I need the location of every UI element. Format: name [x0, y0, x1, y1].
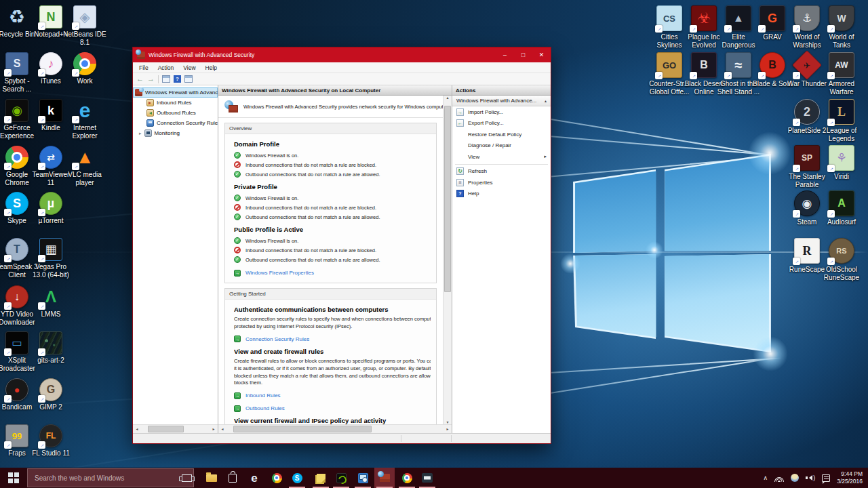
shortcut-arrow-icon: →: [4, 302, 12, 310]
action-help[interactable]: Help: [452, 188, 551, 200]
start-button[interactable]: [0, 468, 27, 488]
desktop-icon-internet-explorer[interactable]: e→Internet Explorer: [63, 99, 106, 140]
scroll-left-icon[interactable]: ◂: [133, 427, 141, 431]
maximize-button[interactable]: □: [514, 47, 532, 62]
desktop-icon-viridi[interactable]: ⚘→Viridi: [820, 145, 863, 181]
menu-item-help[interactable]: Help: [201, 64, 222, 71]
results-hscrollbar[interactable]: ◂ ▸: [218, 424, 452, 433]
link-inbound-rules[interactable]: →Inbound Rules: [234, 391, 431, 400]
status-text: Windows Firewall is on.: [245, 238, 298, 244]
taskbar-file-explorer[interactable]: [201, 468, 222, 488]
tree-item-outbound-rules[interactable]: Outbound Rules: [133, 108, 218, 118]
desktop-icon-oldschool-runescape[interactable]: RS→OldSchool RuneScape: [820, 238, 863, 281]
app-icon: ▲→: [726, 5, 751, 31]
desktop-icon-gits-art-2[interactable]: →gits-art-2: [29, 331, 73, 365]
taskbar-store[interactable]: [222, 468, 243, 488]
tree-item-windows-firewall-with-advanc[interactable]: Windows Firewall with Advanc: [133, 87, 218, 98]
desktop-icon-armored-warfare[interactable]: AW→Armored Warfare: [820, 52, 863, 96]
action-import-policy[interactable]: Import Policy...: [452, 106, 551, 118]
taskbar-windows-firewall[interactable]: [374, 468, 395, 488]
taskbar-sticky-notes[interactable]: [311, 468, 331, 488]
tree-item-connection-security-rules[interactable]: Connection Security Rules: [133, 118, 218, 128]
scroll-right-icon[interactable]: ▸: [443, 427, 452, 431]
action-restore-default-policy[interactable]: Restore Default Policy: [452, 129, 551, 140]
app-glyph: B: [768, 60, 776, 70]
results-vscrollbar[interactable]: ▴ ▾: [443, 96, 452, 424]
desktop-icon-fl-studio[interactable]: FL→FL Studio 11: [29, 424, 73, 458]
hidden-icons-chevron[interactable]: ∧: [764, 475, 768, 481]
desktop-icon-vegas-pro[interactable]: ▦→Vegas Pro 13.0 (64-bit): [29, 238, 73, 279]
action-view[interactable]: View▸: [452, 151, 551, 163]
desktop-icon-gimp[interactable]: G→GIMP 2: [29, 378, 73, 411]
actions-group-header[interactable]: Windows Firewall with Advance... ▴: [452, 96, 551, 106]
menu-item-view[interactable]: View: [178, 64, 200, 71]
link-connection-security-rules[interactable]: →Connection Security Rules: [234, 335, 431, 344]
shortcut-arrow-icon: →: [38, 69, 45, 77]
show-console-tree-button[interactable]: [162, 75, 170, 83]
close-button[interactable]: ✕: [532, 47, 551, 62]
forward-button[interactable]: →: [147, 75, 155, 83]
taskbar-vegas-pro[interactable]: [417, 468, 437, 488]
tree-item-inbound-rules[interactable]: Inbound Rules: [133, 98, 218, 108]
help-toolbar-button[interactable]: ?: [174, 75, 181, 83]
tree-item-label: Monitoring: [155, 130, 180, 136]
taskbar-remote-app[interactable]: [353, 468, 373, 488]
shortcut-arrow-icon: →: [38, 255, 45, 262]
desktop-icon-label: µTorrent: [29, 217, 73, 225]
taskbar-skype[interactable]: S: [287, 468, 307, 488]
desktop-icon-audiosurf[interactable]: A→Audiosurf: [820, 190, 863, 226]
scroll-right-icon[interactable]: ▸: [210, 427, 218, 431]
scroll-thumb[interactable]: [148, 426, 184, 432]
desktop-icon-world-of-tanks[interactable]: W→World of Tanks: [820, 5, 863, 49]
desktop-icon-lmms[interactable]: Λ→LMMS: [29, 285, 73, 319]
back-button[interactable]: ←: [136, 75, 144, 83]
action-refresh[interactable]: Refresh: [452, 166, 551, 178]
app-glyph: W: [837, 14, 846, 23]
desktop-icon-label: GIMP 2: [29, 403, 73, 411]
shortcut-arrow-icon: →: [38, 209, 45, 216]
taskbar-chrome[interactable]: [267, 468, 287, 488]
taskbar-chrome-profile[interactable]: [397, 468, 417, 488]
taskbar-nvidia-geforce[interactable]: [331, 468, 351, 488]
search-input[interactable]: [27, 468, 194, 487]
desktop-icon-netbeans-ide[interactable]: ◈→NetBeans IDE 8.1: [63, 5, 106, 46]
wifi-icon[interactable]: [774, 474, 784, 482]
menu-item-file[interactable]: File: [134, 64, 153, 71]
taskbar-task-view[interactable]: [176, 468, 197, 488]
desktop-icon-work[interactable]: →Work: [63, 52, 106, 85]
shortcut-arrow-icon: →: [827, 258, 835, 265]
desktop-icon-vlc[interactable]: ▲→VLC media player: [63, 146, 106, 186]
action-export-policy[interactable]: Export Policy...: [452, 118, 551, 129]
tree-item-monitoring[interactable]: ▸Monitoring: [133, 128, 218, 138]
desktop-icon-utorrent[interactable]: µ→µTorrent: [29, 192, 73, 225]
action-center-icon[interactable]: [822, 474, 830, 482]
app-glyph: R: [803, 245, 812, 257]
menu-item-action[interactable]: Action: [153, 64, 179, 71]
app-glyph: G: [47, 384, 55, 395]
export-list-button[interactable]: [184, 75, 193, 83]
expander-icon[interactable]: ▸: [139, 131, 142, 136]
actions-panel: Actions Windows Firewall with Advance...…: [452, 85, 551, 433]
link-outbound-rules[interactable]: →Outbound Rules: [234, 404, 431, 413]
window-titlebar[interactable]: Windows Firewall with Advanced Security …: [133, 47, 551, 62]
volume-icon[interactable]: ): [806, 474, 815, 482]
onedrive-icon[interactable]: [791, 474, 799, 482]
shortcut-arrow-icon: →: [793, 165, 800, 172]
scroll-left-icon[interactable]: ◂: [218, 427, 226, 431]
go-icon: →: [234, 270, 241, 277]
link-windows-firewall-properties[interactable]: →Windows Firewall Properties: [234, 268, 431, 277]
action-diagnose-repair[interactable]: Diagnose / Repair: [452, 140, 551, 152]
desktop-icon-league-of-legends[interactable]: L→League of Legends: [820, 99, 863, 142]
collapse-icon[interactable]: ▴: [545, 98, 547, 103]
taskbar-edge[interactable]: e: [244, 468, 264, 488]
app-icon: ↓→: [5, 285, 28, 308]
minimize-button[interactable]: –: [496, 47, 514, 62]
scroll-thumb[interactable]: [233, 426, 372, 432]
clock[interactable]: 9:44 PM 3/25/2016: [837, 470, 863, 486]
scroll-thumb[interactable]: [444, 106, 451, 291]
action-properties[interactable]: Properties: [452, 177, 551, 188]
app-glyph: Λ: [45, 289, 56, 305]
tree-hscrollbar[interactable]: ◂ ▸: [133, 424, 218, 433]
topic-heading: Authenticate communications between comp…: [234, 306, 431, 313]
app-icon: →: [5, 146, 28, 169]
